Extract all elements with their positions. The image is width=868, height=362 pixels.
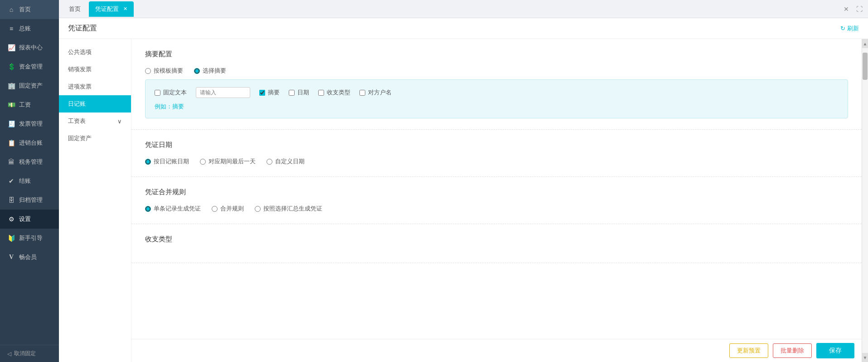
tab-bar: 首页 凭证配置 ✕ ✕ ⛶	[59, 0, 868, 18]
close-window-button[interactable]: ✕	[842, 5, 851, 14]
sidebar-item-home[interactable]: ⌂ 首页	[0, 0, 59, 19]
content-body: 公共选项 销项发票 进项发票 日记账 工资表 ∨ 固定资产	[59, 39, 868, 362]
right-content: 摘要配置 按模板摘要 选择摘要	[131, 39, 862, 362]
archive-icon: 🗄	[7, 196, 15, 204]
radio-custom-date[interactable]: 自定义日期	[267, 157, 305, 166]
vip-icon: V	[7, 254, 15, 261]
radio-template-input[interactable]	[145, 68, 151, 74]
date-radio-group: 按日记账日期 对应期间最后一天 自定义日期	[145, 157, 848, 166]
radio-select-input[interactable]	[194, 68, 200, 74]
radio-merge-rule-input[interactable]	[212, 206, 218, 212]
left-nav-purchase-invoice[interactable]: 进项发票	[59, 78, 131, 95]
left-nav-fixed-assets[interactable]: 固定资产	[59, 130, 131, 147]
summary-checkbox-row: 固定文本 摘要 日期	[155, 87, 839, 98]
radio-period-last-input[interactable]	[200, 159, 206, 165]
fund-icon: 💲	[7, 63, 15, 70]
checkbox-counterparty[interactable]: 对方户名	[359, 88, 392, 97]
date-title: 凭证日期	[145, 141, 848, 149]
sidebar-item-fund[interactable]: 💲 资金管理	[0, 57, 59, 76]
radio-single[interactable]: 单条记录生成凭证	[145, 205, 201, 213]
sidebar-item-assets[interactable]: 🏢 固定资产	[0, 76, 59, 95]
checkbox-date-input[interactable]	[289, 90, 295, 96]
radio-journal-date[interactable]: 按日记账日期	[145, 157, 189, 166]
summary-config-box: 固定文本 摘要 日期	[145, 79, 848, 118]
sidebar-item-tax[interactable]: 🏛 税务管理	[0, 152, 59, 171]
sidebar-item-ledger[interactable]: ≡ 总账	[0, 19, 59, 38]
sidebar-item-salary[interactable]: 💵 工资	[0, 95, 59, 114]
left-nav-payroll[interactable]: 工资表 ∨	[59, 113, 131, 130]
home-icon: ⌂	[7, 6, 15, 13]
fixed-text-input[interactable]	[196, 87, 250, 98]
sidebar-item-checkout[interactable]: ✔ 结账	[0, 171, 59, 191]
reports-icon: 📈	[7, 44, 15, 51]
sidebar-pin-button[interactable]: ◁ 取消固定	[0, 345, 59, 362]
sidebar-item-reports[interactable]: 📈 报表中心	[0, 38, 59, 57]
sidebar-item-stock[interactable]: 📋 进销台账	[0, 133, 59, 152]
checkbox-income-type[interactable]: 收支类型	[318, 88, 350, 97]
batch-delete-button[interactable]: 批量删除	[773, 343, 812, 358]
tab-home[interactable]: 首页	[63, 1, 87, 17]
date-section: 凭证日期 按日记账日期 对应期间最后一天 自定义日期	[131, 130, 862, 177]
radio-summary-voucher[interactable]: 按照选择汇总生成凭证	[255, 205, 322, 213]
left-nav-sales-invoice[interactable]: 销项发票	[59, 61, 131, 78]
radio-journal-date-input[interactable]	[145, 159, 151, 165]
bottom-bar: 更新预置 批量删除 保存	[131, 339, 862, 362]
summary-example: 例如：摘要	[155, 103, 839, 111]
fullscreen-button[interactable]: ⛶	[854, 5, 864, 14]
income-type-section: 收支类型	[131, 224, 862, 263]
sidebar-item-vip[interactable]: V 畅会员	[0, 248, 59, 267]
refresh-button[interactable]: ↻ 刷新	[840, 24, 859, 33]
sidebar: ⌂ 首页 ≡ 总账 📈 报表中心 💲 资金管理 🏢 固定资产 💵 工资 🧾 发票…	[0, 0, 59, 362]
left-nav: 公共选项 销项发票 进项发票 日记账 工资表 ∨ 固定资产	[59, 39, 131, 362]
page-header: 凭证配置 ↻ 刷新	[59, 18, 868, 39]
radio-merge-rule[interactable]: 合并规则	[212, 205, 244, 213]
checkbox-income-type-input[interactable]	[318, 90, 324, 96]
scroll-down-button[interactable]: ▼	[862, 353, 868, 362]
assets-icon: 🏢	[7, 82, 15, 89]
stock-icon: 📋	[7, 139, 15, 147]
left-nav-common[interactable]: 公共选项	[59, 44, 131, 61]
checkbox-fixed-text-input[interactable]	[155, 90, 160, 96]
sidebar-item-settings[interactable]: ⚙ 设置	[0, 210, 59, 229]
scroll-thumb[interactable]	[863, 53, 868, 80]
page-title: 凭证配置	[68, 24, 97, 33]
radio-single-input[interactable]	[145, 206, 151, 212]
sidebar-item-invoice[interactable]: 🧾 发票管理	[0, 114, 59, 133]
merge-section: 凭证合并规则 单条记录生成凭证 合并规则 按照选择汇总生成凭证	[131, 177, 862, 224]
income-type-title: 收支类型	[145, 235, 848, 244]
main-area: 首页 凭证配置 ✕ ✕ ⛶ 凭证配置 ↻ 刷新 公共选项	[59, 0, 868, 362]
radio-summary-voucher-input[interactable]	[255, 206, 261, 212]
checkbox-summary-input[interactable]	[259, 90, 265, 96]
scroll-track	[862, 48, 868, 353]
left-nav-journal[interactable]: 日记账	[59, 95, 131, 113]
tab-actions: ✕ ⛶	[842, 5, 864, 14]
merge-radio-group: 单条记录生成凭证 合并规则 按照选择汇总生成凭证	[145, 205, 848, 213]
summary-section: 摘要配置 按模板摘要 选择摘要	[131, 39, 862, 130]
save-button[interactable]: 保存	[816, 343, 854, 358]
radio-select-summary[interactable]: 选择摘要	[194, 67, 226, 75]
checkbox-fixed-text[interactable]: 固定文本	[155, 88, 187, 97]
tab-voucher-config[interactable]: 凭证配置 ✕	[89, 1, 134, 17]
chevron-down-icon: ∨	[117, 118, 122, 125]
refresh-icon: ↻	[840, 25, 845, 32]
radio-template-summary[interactable]: 按模板摘要	[145, 67, 183, 75]
invoice-icon: 🧾	[7, 120, 15, 127]
merge-title: 凭证合并规则	[145, 188, 848, 196]
update-preview-button[interactable]: 更新预置	[729, 343, 768, 358]
tax-icon: 🏛	[7, 158, 15, 166]
checkout-icon: ✔	[7, 177, 15, 185]
sidebar-item-guide[interactable]: 🔰 新手引导	[0, 229, 59, 248]
page-content: 凭证配置 ↻ 刷新 公共选项 销项发票 进项发票 日记账	[59, 18, 868, 362]
guide-icon: 🔰	[7, 235, 15, 242]
radio-period-last[interactable]: 对应期间最后一天	[200, 157, 256, 166]
checkbox-counterparty-input[interactable]	[359, 90, 365, 96]
sidebar-item-archive[interactable]: 🗄 归档管理	[0, 191, 59, 210]
checkbox-summary[interactable]: 摘要	[259, 88, 280, 97]
scroll-up-button[interactable]: ▲	[862, 39, 868, 48]
salary-icon: 💵	[7, 101, 15, 108]
tab-close-button[interactable]: ✕	[123, 6, 127, 12]
summary-title: 摘要配置	[145, 50, 848, 59]
radio-custom-date-input[interactable]	[267, 159, 272, 165]
checkbox-date[interactable]: 日期	[289, 88, 309, 97]
sidebar-bottom: ◁ 取消固定	[0, 345, 59, 362]
